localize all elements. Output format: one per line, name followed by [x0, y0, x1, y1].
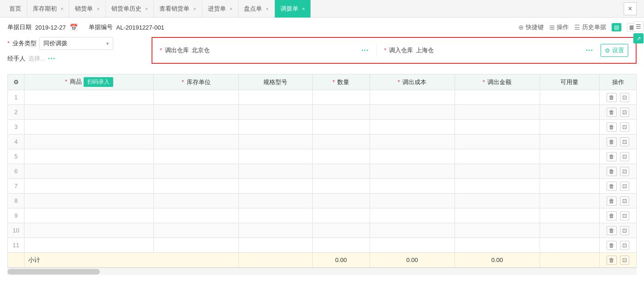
- delete-button[interactable]: 🗑: [607, 196, 617, 206]
- cell-cost[interactable]: [370, 238, 455, 253]
- history-action[interactable]: ☰ 历史单据: [574, 23, 606, 31]
- cell-goods[interactable]: [24, 90, 154, 105]
- cell-qty[interactable]: [312, 238, 370, 253]
- cell-qty[interactable]: [312, 194, 370, 208]
- cell-unit[interactable]: [154, 223, 239, 238]
- cell-unit[interactable]: [154, 149, 239, 164]
- cell-available[interactable]: [540, 105, 599, 120]
- copy-button[interactable]: ⊡: [620, 167, 629, 176]
- tab-home[interactable]: 首页: [4, 0, 27, 18]
- cell-available[interactable]: [540, 90, 599, 105]
- cell-available[interactable]: [540, 238, 599, 253]
- cell-amount[interactable]: [455, 238, 540, 253]
- cell-goods[interactable]: [24, 120, 154, 134]
- cell-goods[interactable]: [24, 149, 154, 164]
- cell-goods[interactable]: [24, 105, 154, 120]
- cell-available[interactable]: [540, 208, 599, 223]
- cell-available[interactable]: [540, 120, 599, 134]
- tab-sales-order-close[interactable]: ×: [97, 6, 99, 12]
- cell-spec[interactable]: [239, 208, 312, 223]
- tab-inventory-check-close[interactable]: ×: [266, 6, 268, 12]
- tab-inventory-check[interactable]: 盘点单 ×: [238, 0, 274, 18]
- subtotal-copy-button[interactable]: ⊡: [620, 256, 629, 265]
- cell-goods[interactable]: [24, 223, 154, 238]
- tab-sales-order[interactable]: 销货单 ×: [69, 0, 105, 18]
- person-dots-button[interactable]: ···: [48, 55, 55, 63]
- cell-cost[interactable]: [370, 120, 455, 134]
- cell-qty[interactable]: [312, 149, 370, 164]
- cell-amount[interactable]: [455, 164, 540, 179]
- delete-button[interactable]: 🗑: [607, 93, 617, 102]
- cell-available[interactable]: [540, 194, 599, 208]
- tab-sales-history[interactable]: 销货单历史 ×: [106, 0, 154, 18]
- cell-unit[interactable]: [154, 120, 239, 134]
- cell-available[interactable]: [540, 179, 599, 194]
- tab-purchase-order-close[interactable]: ×: [230, 6, 232, 12]
- cell-unit[interactable]: [154, 134, 239, 149]
- tab-purchase-order[interactable]: 进货单 ×: [202, 0, 238, 18]
- cell-available[interactable]: [540, 149, 599, 164]
- tab-view-sales-close[interactable]: ×: [193, 6, 196, 12]
- cell-goods[interactable]: [24, 208, 154, 223]
- delete-button[interactable]: 🗑: [607, 241, 617, 250]
- copy-button[interactable]: ⊡: [620, 211, 629, 220]
- cell-spec[interactable]: [239, 179, 312, 194]
- copy-button[interactable]: ⊡: [620, 196, 629, 206]
- cell-goods[interactable]: [24, 134, 154, 149]
- scroll-thumb[interactable]: [7, 269, 100, 275]
- tab-inventory-init[interactable]: 库存期初 ×: [27, 0, 69, 18]
- shortcut-action[interactable]: ⊕ 快捷键: [518, 23, 544, 31]
- cell-qty[interactable]: [312, 134, 370, 149]
- delete-button[interactable]: 🗑: [607, 167, 617, 176]
- cell-spec[interactable]: [239, 120, 312, 134]
- subtotal-delete-button[interactable]: 🗑: [607, 256, 617, 265]
- copy-button[interactable]: ⊡: [620, 108, 629, 117]
- cell-qty[interactable]: [312, 164, 370, 179]
- copy-button[interactable]: ⊡: [620, 226, 629, 235]
- cell-amount[interactable]: [455, 134, 540, 149]
- window-close-button[interactable]: ×: [624, 2, 637, 15]
- operation-action[interactable]: ⊞ 操作: [549, 23, 569, 31]
- copy-button[interactable]: ⊡: [620, 122, 629, 132]
- warehouse-out-dots-button[interactable]: ···: [361, 46, 369, 55]
- cell-cost[interactable]: [370, 134, 455, 149]
- cell-spec[interactable]: [239, 134, 312, 149]
- sidebar-doc-icon[interactable]: ☰: [633, 21, 644, 31]
- cell-amount[interactable]: [455, 90, 540, 105]
- cell-cost[interactable]: [370, 149, 455, 164]
- cell-available[interactable]: [540, 134, 599, 149]
- horizontal-scrollbar[interactable]: [7, 268, 637, 275]
- cell-goods[interactable]: [24, 238, 154, 253]
- cell-amount[interactable]: [455, 208, 540, 223]
- tab-transfer-order[interactable]: 调拨单 ×: [275, 0, 311, 18]
- cell-cost[interactable]: [370, 164, 455, 179]
- person-select[interactable]: 选择...: [28, 55, 45, 63]
- cell-amount[interactable]: [455, 194, 540, 208]
- cell-goods[interactable]: [24, 164, 154, 179]
- cell-unit[interactable]: [154, 90, 239, 105]
- cell-spec[interactable]: [239, 149, 312, 164]
- cell-spec[interactable]: [239, 194, 312, 208]
- cell-available[interactable]: [540, 223, 599, 238]
- cell-amount[interactable]: [455, 223, 540, 238]
- cell-spec[interactable]: [239, 90, 312, 105]
- delete-button[interactable]: 🗑: [607, 182, 617, 191]
- cell-qty[interactable]: [312, 223, 370, 238]
- cell-qty[interactable]: [312, 179, 370, 194]
- tab-inventory-init-close[interactable]: ×: [61, 6, 63, 12]
- delete-button[interactable]: 🗑: [607, 211, 617, 220]
- cell-amount[interactable]: [455, 105, 540, 120]
- warehouse-in-dots-button[interactable]: ···: [586, 46, 593, 55]
- calendar-icon[interactable]: 📅: [70, 24, 78, 31]
- cell-amount[interactable]: [455, 149, 540, 164]
- cell-cost[interactable]: [370, 105, 455, 120]
- tab-sales-history-close[interactable]: ×: [145, 6, 148, 12]
- delete-button[interactable]: 🗑: [607, 152, 617, 161]
- cell-cost[interactable]: [370, 208, 455, 223]
- th-gear[interactable]: ⚙: [8, 74, 24, 90]
- copy-button[interactable]: ⊡: [620, 241, 629, 250]
- delete-button[interactable]: 🗑: [607, 137, 617, 146]
- settings-button[interactable]: ⚙ 设置: [601, 44, 628, 57]
- cell-spec[interactable]: [239, 164, 312, 179]
- cell-goods[interactable]: [24, 179, 154, 194]
